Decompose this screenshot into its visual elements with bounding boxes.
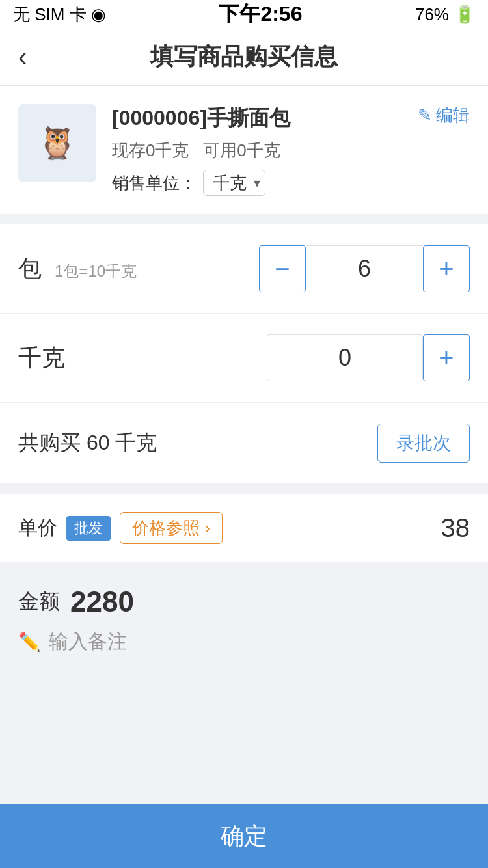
kg-quantity-input[interactable] bbox=[267, 334, 423, 381]
price-value: 38 bbox=[441, 513, 470, 543]
bag-quantity-input[interactable] bbox=[306, 245, 423, 292]
confirm-label: 确定 bbox=[221, 821, 267, 852]
remark-row[interactable]: ✏️ 输入备注 bbox=[18, 629, 470, 673]
status-sim: 无 SIM 卡 ◉ bbox=[13, 3, 106, 26]
product-unit-row: 销售单位： 千克 bbox=[112, 170, 470, 196]
content-spacer bbox=[0, 673, 488, 804]
total-row: 共购买 60 千克 录批次 bbox=[0, 403, 488, 483]
quantity-section: 包 1包=10千克 − + 千克 + 共购买 60 千克 录批次 bbox=[0, 224, 488, 483]
edit-label: 编辑 bbox=[436, 104, 470, 127]
product-stock: 现存0千克 可用0千克 bbox=[112, 139, 470, 162]
edit-button[interactable]: ✎ 编辑 bbox=[418, 104, 470, 127]
status-battery: 76% 🔋 bbox=[415, 5, 475, 25]
total-label: 共购买 60 千克 bbox=[18, 429, 157, 457]
batch-tag: 批发 bbox=[66, 516, 111, 541]
unit-select[interactable]: 千克 bbox=[203, 170, 265, 196]
unit-select-wrap[interactable]: 千克 bbox=[203, 170, 265, 196]
stock-current: 现存0千克 bbox=[112, 141, 189, 160]
bag-quantity-controls: − + bbox=[259, 245, 470, 292]
kg-label: 千克 bbox=[18, 342, 267, 374]
price-row: 单价 批发 价格参照 › 38 bbox=[0, 494, 488, 562]
bag-hint: 1包=10千克 bbox=[55, 262, 137, 280]
amount-section: 金额 2280 ✏️ 输入备注 bbox=[0, 567, 488, 673]
price-section: 单价 批发 价格参照 › 38 bbox=[0, 494, 488, 562]
product-image: 🦉 bbox=[18, 104, 96, 182]
kg-quantity-controls: + bbox=[267, 334, 470, 381]
page-title: 填写商品购买信息 bbox=[150, 41, 338, 73]
edit-icon: ✎ bbox=[418, 105, 432, 126]
amount-value: 2280 bbox=[70, 586, 134, 618]
confirm-button[interactable]: 确定 bbox=[0, 804, 488, 868]
bag-quantity-row: 包 1包=10千克 − + bbox=[0, 224, 488, 314]
status-time: 下午2:56 bbox=[219, 0, 302, 29]
bag-label-text: 包 bbox=[18, 255, 42, 282]
status-battery-text: 76% bbox=[415, 5, 449, 25]
bag-decrease-button[interactable]: − bbox=[259, 245, 306, 292]
product-info: [0000006]手撕面包 现存0千克 可用0千克 销售单位： 千克 bbox=[112, 104, 470, 196]
battery-icon: 🔋 bbox=[454, 5, 475, 25]
price-reference-button[interactable]: 价格参照 › bbox=[120, 512, 223, 544]
pencil-icon: ✏️ bbox=[18, 631, 41, 653]
kg-increase-button[interactable]: + bbox=[423, 334, 470, 381]
remark-placeholder: 输入备注 bbox=[49, 629, 127, 655]
batch-button[interactable]: 录批次 bbox=[377, 424, 470, 463]
amount-row: 金额 2280 bbox=[18, 586, 470, 618]
bag-increase-button[interactable]: + bbox=[423, 245, 470, 292]
product-logo: 🦉 bbox=[38, 125, 77, 161]
amount-label: 金额 bbox=[18, 588, 60, 616]
unit-label: 销售单位： bbox=[112, 172, 197, 195]
bag-label: 包 1包=10千克 bbox=[18, 253, 259, 285]
price-label: 单价 bbox=[18, 515, 57, 541]
back-button[interactable]: ‹ bbox=[18, 42, 27, 72]
product-card: 🦉 [0000006]手撕面包 现存0千克 可用0千克 销售单位： 千克 ✎ 编… bbox=[0, 86, 488, 214]
product-name: [0000006]手撕面包 bbox=[112, 104, 470, 133]
stock-available: 可用0千克 bbox=[203, 141, 280, 160]
nav-bar: ‹ 填写商品购买信息 bbox=[0, 29, 488, 86]
kg-quantity-row: 千克 + bbox=[0, 314, 488, 403]
status-bar: 无 SIM 卡 ◉ 下午2:56 76% 🔋 bbox=[0, 0, 488, 29]
